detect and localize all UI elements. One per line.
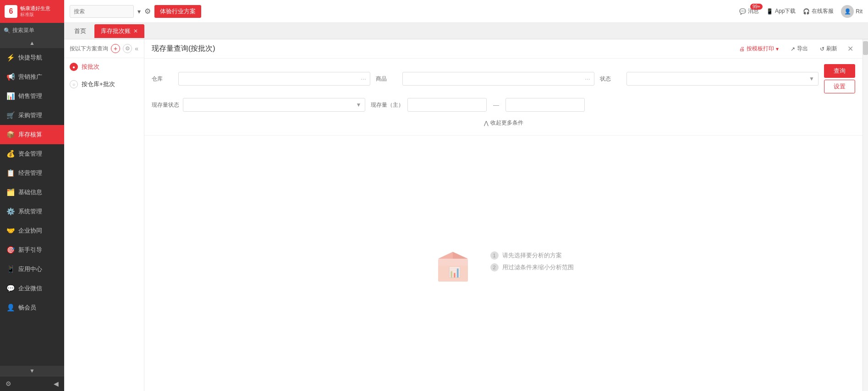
status-label: 状态 [600,75,623,83]
print-btn[interactable]: 🖨 按模板打印 ▾ [736,43,782,54]
scheme-gear-btn[interactable]: ⚙ [123,44,132,53]
sidebar-item-label: 库存核算 [18,130,42,139]
scheme-collapse-btn[interactable]: « [135,45,138,52]
settings-btn[interactable]: 设置 [824,80,855,93]
scheme-active-dot: ● [70,63,78,71]
member-icon: 👤 [6,304,15,312]
sidebar-search[interactable]: 🔍 搜索菜单 [0,23,64,38]
inv-qty-from-wrap[interactable] [407,98,487,112]
product-input-wrap[interactable]: ··· [402,72,594,86]
industry-btn[interactable]: 体验行业方案 [154,5,201,18]
sidebar-item-basic[interactable]: 🗂️ 基础信息 [0,183,64,202]
topbar-dropdown-btn[interactable]: ▾ [137,8,141,15]
sidebar-header: 6 畅康通好生意 标准版 [0,0,64,23]
sidebar-item-wechat[interactable]: 💬 企业微信 [0,279,64,298]
user-profile-btn[interactable]: 👤 Rit [841,5,863,18]
messages-btn[interactable]: 💬 消息 99+ [739,7,759,15]
inv-qty-to-input[interactable] [510,102,546,108]
sidebar-item-operation[interactable]: 📋 经营管理 [0,163,64,183]
filter-row-2: 现存量状态 ▼ 现存量（主） — [152,98,855,112]
sidebar-item-finance[interactable]: 💰 资金管理 [0,144,64,163]
inv-qty-from-input[interactable] [412,102,448,108]
collapse-chevron-icon: ⋀ [484,120,489,126]
inv-status-select-wrap[interactable]: ▼ [183,98,365,112]
scheme-add-btn[interactable]: + [111,44,120,53]
warehouse-dots[interactable]: ··· [361,75,366,82]
scheme-item-warehouse-batch[interactable]: ○ 按仓库+批次 [64,76,144,93]
gear-icon: ⚙ [125,45,130,52]
online-service-btn[interactable]: 🎧 在线客服 [803,7,834,15]
product-dots[interactable]: ··· [585,75,590,82]
sidebar-item-label: 快捷导航 [18,54,42,62]
sidebar-item-shortcut[interactable]: ⚡ 快捷导航 [0,48,64,67]
settings-footer-icon[interactable]: ⚙ [5,380,11,387]
sidebar-item-enterprise[interactable]: 🤝 企业协同 [0,221,64,240]
sidebar-item-system[interactable]: ⚙️ 系统管理 [0,202,64,221]
export-btn-label: 导出 [797,45,808,53]
topbar-search-input[interactable] [70,5,134,18]
product-input[interactable] [407,76,585,82]
right-scrollbar[interactable] [863,39,868,391]
collapse-more-btn[interactable]: ⋀ 收起更多条件 [152,116,855,130]
empty-text: 1 请先选择要分析的方案 2 用过滤条件来缩小分析范围 [490,251,574,275]
sidebar-item-newbie[interactable]: 🎯 新手引导 [0,240,64,260]
printer-icon: 🖨 [739,46,745,52]
tab-close-btn[interactable]: ✕ [133,28,138,34]
tab-home[interactable]: 首页 [68,24,93,38]
page-titlebar: 现存量查询(按批次) 🖨 按模板打印 ▾ ↗ 导出 ↺ 刷新 [144,39,863,59]
scheme-item-batch[interactable]: ● 按批次 [64,58,144,76]
sidebar-scroll-down[interactable]: ▼ [0,366,64,376]
content-area: 按以下方案查询 + ⚙ « ● 按批次 ○ 按仓库+批次 [64,39,868,391]
print-dropdown-icon[interactable]: ▾ [776,46,779,52]
action-buttons: 查询 设置 [824,64,855,93]
sidebar-item-label: 销售管理 [18,92,42,100]
sidebar-item-label: 营销推广 [18,73,42,81]
filter-row-1: 仓库 ··· 商品 ··· 状态 [152,64,855,93]
close-panel-btn[interactable]: ✕ [846,44,855,53]
sidebar-item-label: 资金管理 [18,150,42,158]
scrollbar-thumb[interactable] [863,41,868,55]
warehouse-input[interactable] [182,76,361,82]
sidebar-item-label: 经营管理 [18,169,42,177]
inv-qty-to-wrap[interactable] [505,98,585,112]
sidebar-item-member[interactable]: 👤 畅会员 [0,298,64,317]
appstore-icon: 📱 [6,265,15,273]
sales-icon: 📊 [6,92,15,100]
print-btn-label: 按模板打印 [747,45,774,53]
status-select-wrap[interactable]: ▼ [626,72,819,86]
topbar: ▾ ⚙ 体验行业方案 💬 消息 99+ 📱 App下载 🎧 在线客服 👤 Rit [64,0,868,23]
system-icon: ⚙️ [6,207,15,216]
empty-step1: 1 请先选择要分析的方案 [490,251,574,260]
inv-qty-dash: — [490,102,502,109]
sidebar-scroll-up[interactable]: ▲ [0,38,64,48]
filter-group-product: 商品 ··· [376,72,594,86]
sidebar-item-inventory[interactable]: 📦 库存核算 [0,125,64,144]
scheme-header-actions: + ⚙ « [111,44,138,53]
step1-num: 1 [490,251,499,260]
sidebar-item-sales[interactable]: 📊 销售管理 [0,87,64,106]
topbar-gear-btn[interactable]: ⚙ [144,7,151,16]
refresh-btn[interactable]: ↺ 刷新 [816,43,841,54]
sidebar-item-purchase[interactable]: 🛒 采购管理 [0,106,64,125]
filter-group-inv-qty: 现存量（主） — [371,98,584,112]
main-area: ▾ ⚙ 体验行业方案 💬 消息 99+ 📱 App下载 🎧 在线客服 👤 Rit [64,0,868,391]
sidebar-footer: ⚙ ◀ [0,376,64,391]
export-btn[interactable]: ↗ 导出 [787,43,812,54]
app-download-btn[interactable]: 📱 App下载 [766,7,796,15]
warehouse-label: 仓库 [152,75,175,83]
filter-area: 仓库 ··· 商品 ··· 状态 [144,59,863,136]
collapse-sidebar-icon[interactable]: ◀ [54,380,59,387]
sidebar: 6 畅康通好生意 标准版 🔍 搜索菜单 ▲ ⚡ 快捷导航 📢 营销推广 📊 销售… [0,0,64,391]
warehouse-input-wrap[interactable]: ··· [178,72,370,86]
sidebar-item-appstore[interactable]: 📱 应用中心 [0,260,64,279]
marketing-icon: 📢 [6,73,15,81]
step2-num: 2 [490,263,499,272]
operation-icon: 📋 [6,169,15,177]
sidebar-item-marketing[interactable]: 📢 营销推广 [0,67,64,87]
logo-icon: 6 [5,5,17,18]
query-btn[interactable]: 查询 [824,64,855,78]
messages-badge: 99+ [750,4,763,10]
sidebar-item-label: 企业协同 [18,227,42,235]
scheme-title: 按以下方案查询 [70,45,108,53]
tab-inventory-batch[interactable]: 库存批次账 ✕ [94,24,144,38]
